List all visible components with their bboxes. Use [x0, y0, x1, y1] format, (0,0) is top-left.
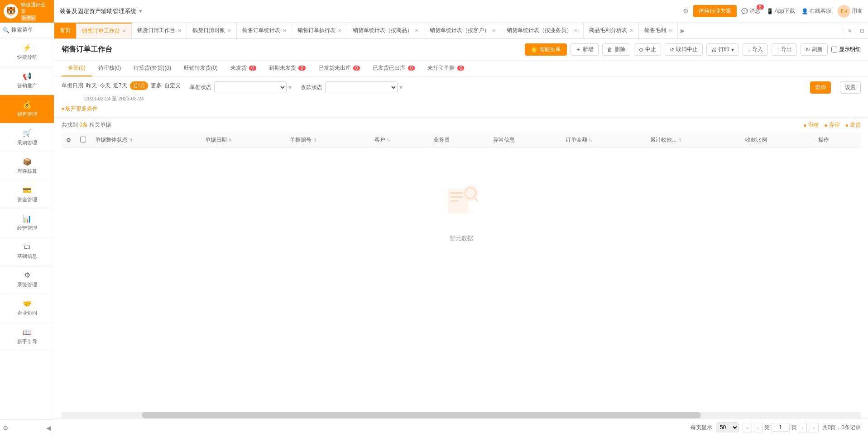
- date-opt-7days[interactable]: 近7天: [113, 82, 127, 90]
- tab-close-icon-8[interactable]: ✕: [574, 28, 578, 33]
- show-detail-checkbox[interactable]: [831, 47, 837, 52]
- prev-page-btn[interactable]: ‹: [754, 423, 762, 432]
- sidebar-item-system[interactable]: ⚙ 系统管理: [0, 265, 54, 294]
- scrollbar-thumb[interactable]: [142, 412, 701, 418]
- ship-btn[interactable]: ● 发货: [845, 121, 861, 129]
- import-btn[interactable]: ↓ 导入: [743, 43, 768, 56]
- tabbar-expand-btn[interactable]: ⊡: [856, 28, 868, 34]
- tab-close-icon-5[interactable]: ✕: [338, 28, 341, 33]
- sub-tab-overdue[interactable]: 到期未发货 0: [263, 61, 312, 76]
- refresh-btn[interactable]: ↻ 刷新: [801, 43, 828, 56]
- select-all-checkbox[interactable]: [80, 137, 86, 142]
- sort-customer[interactable]: 客户 ⇅: [374, 136, 424, 144]
- topbar-gear-icon[interactable]: ⚙: [683, 7, 689, 15]
- sort-number[interactable]: 单据编号 ⇅: [290, 136, 365, 144]
- sub-tab-not-shipped[interactable]: 未发货 0: [224, 61, 263, 76]
- sidebar-item-search[interactable]: 🔍 搜索菜单: [0, 23, 54, 38]
- date-opt-today[interactable]: 今天: [100, 82, 110, 90]
- stop-btn[interactable]: ⊙ 中止: [634, 43, 661, 56]
- tab-close-icon-4[interactable]: ✕: [283, 28, 286, 33]
- sidebar-item-finance[interactable]: 💳 资金管理: [0, 180, 54, 209]
- date-filter-label: 单据日期: [62, 82, 83, 90]
- user-action[interactable]: Ea 用友: [838, 5, 863, 18]
- tab-home[interactable]: 首页: [54, 23, 77, 38]
- sort-amount[interactable]: 订单金额 ⇅: [566, 136, 641, 144]
- tab-close-icon-6[interactable]: ✕: [415, 28, 418, 33]
- sidebar-item-inventory[interactable]: 📦 库存核算: [0, 152, 54, 180]
- settings-btn[interactable]: 设置: [840, 81, 861, 94]
- expand-btn[interactable]: ▾ 展开更多条件: [62, 105, 861, 113]
- online-service-action[interactable]: 👤 在线客服: [801, 7, 831, 15]
- sub-tab-all[interactable]: 全部(0): [62, 61, 92, 76]
- export-btn[interactable]: ↑ 导出: [772, 43, 797, 56]
- tab-close-icon-7[interactable]: ✕: [492, 28, 495, 33]
- tab-cash-daily[interactable]: 钱货日清工作台 ✕: [132, 23, 187, 38]
- sub-tab-not-printed[interactable]: 未打印单据 0: [421, 61, 470, 76]
- sub-tab-shipped-out[interactable]: 已发货已出库 0: [366, 61, 421, 76]
- delete-btn[interactable]: 🗑 删除: [602, 43, 630, 56]
- first-page-btn[interactable]: «: [743, 423, 752, 432]
- tabbar-close-all-btn[interactable]: ✕: [844, 28, 856, 34]
- add-btn[interactable]: ＋ 新增: [571, 43, 599, 56]
- sidebar-item-marketing[interactable]: 📢 营销推广: [0, 66, 54, 95]
- tab-close-icon-3[interactable]: ✕: [227, 28, 231, 33]
- page-size-select[interactable]: 50 20 100: [716, 422, 739, 432]
- date-opt-more[interactable]: 更多: [151, 82, 162, 90]
- payment-select[interactable]: [325, 81, 398, 93]
- sidebar-item-operation[interactable]: 📊 经营管理: [0, 209, 54, 237]
- tab-close-icon-2[interactable]: ✕: [177, 28, 181, 33]
- table-header-row: ⚙ 单据整体状态 ⇅: [62, 133, 861, 148]
- collapse-icon[interactable]: ◀: [46, 424, 51, 431]
- operation-icon: 📊: [23, 214, 32, 223]
- date-range-text: 2023-02-24 至 2023-03-24: [85, 96, 144, 101]
- tab-close-icon-10[interactable]: ✕: [668, 28, 672, 33]
- last-page-btn[interactable]: »: [809, 423, 818, 432]
- tab-sales-exec[interactable]: 销售订单执行表 ✕: [292, 23, 347, 38]
- message-action[interactable]: 💬 消息 6: [741, 7, 760, 15]
- avatar: Ea: [838, 5, 850, 18]
- tabbar-more-btn[interactable]: ▶: [678, 23, 687, 38]
- print-btn[interactable]: 🖨 打印 ▾: [706, 43, 739, 56]
- tab-close-icon-9[interactable]: ✕: [629, 28, 633, 33]
- sub-tab-shipped-in[interactable]: 已发货未出库 0: [312, 61, 367, 76]
- tab-sales-workbench[interactable]: 销售订单工作台 ✕: [77, 23, 132, 38]
- settings-bottom-icon[interactable]: ⚙: [3, 424, 9, 431]
- cancel-stop-btn[interactable]: ↺ 取消中止: [665, 43, 703, 56]
- show-detail-toggle[interactable]: 显示明细: [831, 46, 861, 53]
- tab-close-icon[interactable]: ✕: [122, 28, 126, 33]
- tab-sales-summary-staff[interactable]: 销货单统计表（按业务员） ✕: [501, 23, 584, 38]
- date-opt-yesterday[interactable]: 昨天: [86, 82, 97, 90]
- date-opt-1month[interactable]: 近1月: [130, 81, 148, 90]
- tab-sales-summary-customer[interactable]: 销货单统计表（按客户） ✕: [424, 23, 501, 38]
- sidebar-item-sales[interactable]: 💰 销售管理: [0, 95, 54, 123]
- app-download-action[interactable]: 📱 App下载: [767, 7, 795, 15]
- query-btn[interactable]: 查询: [810, 81, 831, 94]
- th-settings[interactable]: ⚙: [62, 133, 76, 148]
- sort-date[interactable]: 单据日期 ⇅: [205, 136, 281, 144]
- sub-tab-pending[interactable]: 待审核(0): [92, 61, 128, 76]
- tab-sales-summary-product[interactable]: 销货单统计表（按商品） ✕: [347, 23, 424, 38]
- sidebar-item-guide[interactable]: 📖 新手引导: [0, 322, 54, 351]
- tab-margin-analysis[interactable]: 商品毛利分析表 ✕: [584, 23, 639, 38]
- status-select[interactable]: [214, 81, 287, 93]
- tab-sales-more[interactable]: 销售毛利 ✕: [639, 23, 678, 38]
- sidebar-item-quick[interactable]: ⚡ 快捷导航: [0, 38, 54, 66]
- sort-collected[interactable]: 累计收款... ⇅: [650, 136, 736, 144]
- ai-gen-btn[interactable]: 🌟 智能生单: [525, 43, 567, 56]
- horizontal-scrollbar[interactable]: [62, 412, 861, 418]
- anti-audit-btn[interactable]: ● 弃审: [825, 121, 840, 129]
- sort-status[interactable]: 单据整体状态 ⇅: [95, 136, 196, 144]
- audit-btn[interactable]: ● 审核: [803, 121, 819, 129]
- tab-sales-stat[interactable]: 销售订单统计表 ✕: [237, 23, 292, 38]
- sub-tab-pending-pick[interactable]: 待拣货(验货)(0): [127, 61, 177, 76]
- tab-cash-reconcile[interactable]: 钱货日清对账 ✕: [187, 23, 237, 38]
- page-input[interactable]: [772, 423, 790, 432]
- sidebar-item-enterprise[interactable]: 🤝 企业协同: [0, 294, 54, 322]
- sub-tab-wangpu[interactable]: 旺铺待发货(0): [177, 61, 224, 76]
- exp-btn[interactable]: 体验行业方案: [693, 5, 737, 17]
- date-opt-custom[interactable]: 自定义: [164, 82, 181, 90]
- sidebar-item-purchase[interactable]: 🛒 采购管理: [0, 123, 54, 152]
- sidebar-item-basic[interactable]: 🗂 基础信息: [0, 237, 54, 265]
- next-page-btn[interactable]: ›: [799, 423, 807, 432]
- topbar-dropdown-icon[interactable]: ▾: [139, 8, 142, 14]
